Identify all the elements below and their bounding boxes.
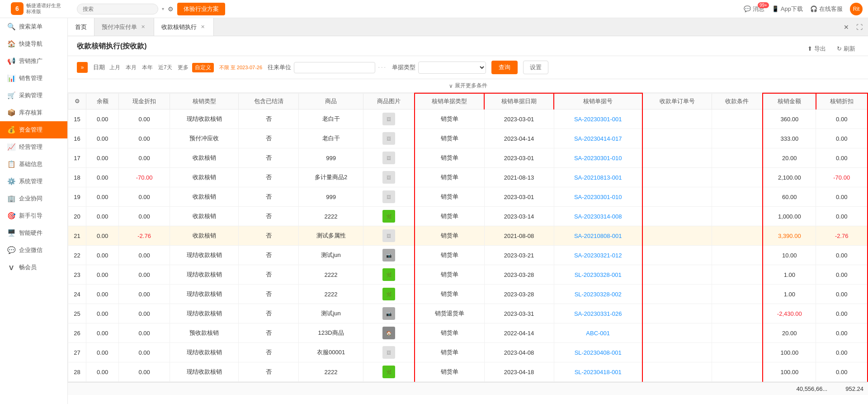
offset-doc-no-cell[interactable]: SL-20230408-001: [554, 343, 642, 362]
offset-amount-cell: 3,390.00: [763, 226, 816, 246]
offset-doc-no-link[interactable]: SL-20230328-002: [575, 291, 622, 298]
date-link-custom[interactable]: 自定义: [192, 63, 214, 72]
offset-doc-no-link[interactable]: SA-20230321-012: [574, 252, 622, 259]
sidebar-item-finance[interactable]: 💰 资金管理: [0, 121, 67, 138]
table-row[interactable]: 190.000.00收款核销否999🖼销货单2023-03-01SA-20230…: [68, 187, 868, 207]
table-row[interactable]: 210.00-2.76收款核销否测试多属性🖼销货单2021-08-08SA-20…: [68, 226, 868, 246]
offset-doc-no-link[interactable]: SA-20230331-026: [574, 310, 622, 317]
date-link-this-month[interactable]: 本月: [124, 63, 138, 72]
industry-btn[interactable]: 体验行业方案: [177, 3, 225, 15]
offset-doc-no-cell[interactable]: SA-20230414-017: [554, 129, 642, 148]
search-input[interactable]: [77, 4, 158, 14]
offset-doc-no-link[interactable]: ABC-001: [586, 330, 610, 337]
tab-receipt-offset[interactable]: 收款核销执行 ✕: [154, 18, 214, 36]
close-window-btn[interactable]: ✕: [842, 22, 851, 33]
tab-prepay[interactable]: 预付冲应付单 ✕: [94, 18, 154, 36]
product-image-cell: 🖼: [363, 109, 415, 129]
table-row[interactable]: 160.000.00预付冲应收否老白干🖼销货单2023-04-14SA-2023…: [68, 129, 868, 148]
sidebar-item-basic-info[interactable]: 📋 基础信息: [0, 156, 67, 173]
table-row[interactable]: 230.000.00现结收款核销否2222🌿销货单2023-03-28SL-20…: [68, 265, 868, 285]
table-body: 150.000.00现结收款核销否老白干🖼销货单2023-03-01SA-202…: [68, 109, 868, 382]
sidebar-item-quick-nav[interactable]: 🏠 快捷导航: [0, 35, 67, 52]
sidebar-item-search[interactable]: 🔍 搜索菜单: [0, 18, 67, 35]
sidebar-item-marketing[interactable]: 📢 营销推广: [0, 52, 67, 70]
offset-doc-no-link[interactable]: SA-20230414-017: [574, 135, 622, 142]
tab-home[interactable]: 首页: [68, 18, 94, 36]
offset-doc-no-cell[interactable]: SA-20230301-010: [554, 148, 642, 168]
sidebar-item-wechat[interactable]: 💬 企业微信: [0, 242, 67, 259]
date-link-this-year[interactable]: 本年: [140, 63, 155, 72]
tab-receipt-offset-close[interactable]: ✕: [199, 24, 206, 30]
sidebar-item-enterprise[interactable]: 🏢 企业协同: [0, 190, 67, 207]
dropdown-arrow-icon[interactable]: ▾: [162, 6, 164, 11]
table-row[interactable]: 150.000.00现结收款核销否老白干🖼销货单2023-03-01SA-202…: [68, 109, 868, 129]
offset-doc-no-link[interactable]: SL-20230418-001: [575, 369, 622, 375]
app-download-btn[interactable]: 📱 App下载: [772, 5, 803, 13]
messages-btn[interactable]: 💬 消息 99+: [744, 5, 764, 13]
table-row[interactable]: 250.000.00现结收款核销否测试jun📷销货退货单2023-03-31SA…: [68, 304, 868, 323]
offset-doc-no-cell[interactable]: SA-20230301-010: [554, 187, 642, 207]
offset-doc-no-link[interactable]: SA-20230301-010: [574, 155, 622, 162]
sidebar-item-guide[interactable]: 🎯 新手引导: [0, 207, 67, 224]
sidebar: 🔍 搜索菜单 🏠 快捷导航 📢 营销推广 📊 销售管理 🛒 采购管理 📦 库存核…: [0, 18, 68, 404]
settings-btn[interactable]: 设置: [523, 61, 548, 74]
maximize-btn[interactable]: ⛶: [854, 22, 864, 33]
query-btn[interactable]: 查询: [491, 61, 518, 74]
offset-doc-no-link[interactable]: SA-20210813-001: [574, 174, 622, 181]
offset-doc-type-cell: 销货单: [415, 187, 484, 207]
offset-doc-no-cell[interactable]: SL-20230328-001: [554, 265, 642, 285]
offset-doc-no-link[interactable]: SL-20230328-001: [575, 271, 622, 278]
refresh-btn[interactable]: ↻ 刷新: [833, 43, 859, 55]
date-link-last-month[interactable]: 上月: [108, 63, 122, 72]
sidebar-item-label: 搜索菜单: [19, 23, 42, 31]
offset-doc-no-cell[interactable]: SA-20210808-001: [554, 226, 642, 246]
sidebar-item-sales[interactable]: 📊 销售管理: [0, 70, 67, 87]
receipt-order-no-cell: [642, 148, 712, 168]
sidebar-item-system[interactable]: ⚙️ 系统管理: [0, 173, 67, 190]
offset-doc-no-cell[interactable]: SL-20230328-002: [554, 285, 642, 304]
sidebar-item-member[interactable]: V 畅会员: [0, 259, 67, 276]
table-row[interactable]: 180.00-70.00收款核销否多计量商品2🖼销货单2021-08-13SA-…: [68, 168, 868, 187]
offset-doc-no-cell[interactable]: SA-20230314-008: [554, 207, 642, 226]
th-settings[interactable]: ⚙: [68, 93, 86, 109]
offset-doc-no-cell[interactable]: SL-20230418-001: [554, 362, 642, 382]
export-btn[interactable]: ⬆ 导出: [804, 43, 830, 55]
offset-doc-date-cell: 2023-03-28: [484, 265, 554, 285]
sidebar-item-inventory[interactable]: 📦 库存核算: [0, 104, 67, 121]
counterpart-input[interactable]: [294, 62, 375, 73]
offset-doc-no-cell[interactable]: SA-20230301-001: [554, 109, 642, 129]
gear-icon[interactable]: ⚙: [168, 5, 174, 13]
offset-doc-no-cell[interactable]: SA-20230331-026: [554, 304, 642, 323]
sidebar-item-operations[interactable]: 📈 经营管理: [0, 138, 67, 156]
offset-doc-no-cell[interactable]: SA-20210813-001: [554, 168, 642, 187]
table-row[interactable]: 220.000.00现结收款核销否测试jun📷销货单2023-03-21SA-2…: [68, 246, 868, 265]
table-row[interactable]: 260.000.00预收款核销否123D商品🏠销货单2022-04-14ABC-…: [68, 323, 868, 343]
date-link-7days[interactable]: 近7天: [156, 63, 174, 72]
th-offset-doc-type: 核销单据类型: [415, 93, 484, 109]
table-row[interactable]: 270.000.00现结收款核销否衣服00001🖼销货单2023-04-08SL…: [68, 343, 868, 362]
offset-doc-no-cell[interactable]: ABC-001: [554, 323, 642, 343]
offset-doc-no-link[interactable]: SA-20230301-001: [574, 116, 622, 123]
table-row[interactable]: 240.000.00现结收款核销否2222🌿销货单2023-03-28SL-20…: [68, 285, 868, 304]
user-avatar[interactable]: Rit: [850, 3, 863, 15]
table-row[interactable]: 200.000.00收款核销否2222🌿销货单2023-03-14SA-2023…: [68, 207, 868, 226]
tab-prepay-close[interactable]: ✕: [140, 24, 146, 30]
filter-expand-btn[interactable]: »: [77, 62, 88, 73]
date-link-more[interactable]: 更多: [176, 63, 190, 72]
offset-doc-no-link[interactable]: SA-20210808-001: [574, 233, 622, 239]
table-wrapper[interactable]: ⚙ 余额 现金折扣 核销类型 包含已结清 商品 商品图片 核销单据类型 核销单据…: [68, 93, 868, 404]
offset-doc-date-cell: 2022-04-14: [484, 323, 554, 343]
offset-type-cell: 现结收款核销: [170, 265, 238, 285]
expand-more-btn[interactable]: ∨ 展开更多条件: [449, 82, 487, 90]
online-service-btn[interactable]: 🎧 在线客服: [810, 5, 843, 13]
offset-doc-no-link[interactable]: SA-20230314-008: [574, 213, 622, 220]
voucher-type-select[interactable]: [418, 62, 486, 74]
include-settled-cell: 否: [239, 265, 298, 285]
offset-doc-no-link[interactable]: SL-20230408-001: [575, 349, 622, 356]
sidebar-item-hardware[interactable]: 🖥️ 智能硬件: [0, 224, 67, 242]
table-row[interactable]: 170.000.00收款核销否999🖼销货单2023-03-01SA-20230…: [68, 148, 868, 168]
sidebar-item-purchase[interactable]: 🛒 采购管理: [0, 87, 67, 104]
offset-doc-no-link[interactable]: SA-20230301-010: [574, 194, 622, 200]
offset-doc-no-cell[interactable]: SA-20230321-012: [554, 246, 642, 265]
table-row[interactable]: 280.000.00现结收款核销否2222🌿销货单2023-04-18SL-20…: [68, 362, 868, 382]
